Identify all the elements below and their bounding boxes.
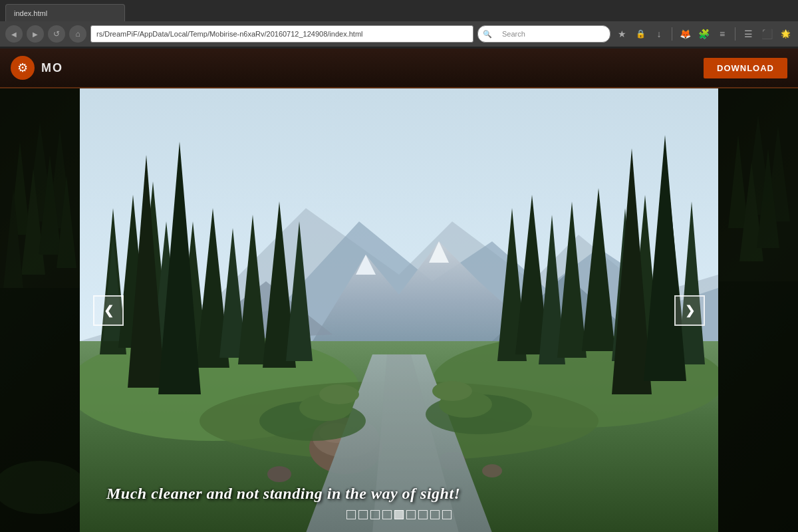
extra-icon-3[interactable]: 🌟	[778, 27, 793, 41]
indicator-7[interactable]	[430, 510, 440, 519]
indicator-5[interactable]	[406, 510, 416, 519]
slide-image	[80, 88, 718, 532]
indicator-2[interactable]	[370, 510, 380, 519]
reload-button[interactable]: ↺	[48, 25, 65, 43]
search-input[interactable]: Search	[477, 25, 610, 43]
reload-icon: ↺	[53, 29, 60, 39]
extensions-icon[interactable]: 🧩	[696, 27, 711, 41]
extra-icon-2[interactable]: ⬛	[759, 27, 774, 41]
svg-point-66	[432, 381, 472, 401]
prev-slide-button[interactable]: ❮	[93, 295, 124, 326]
side-panel-left	[0, 88, 80, 532]
browser-toolbar: ◀ ▶ ↺ ⌂ rs/DreamPiF/AppData/Local/Temp/M…	[0, 21, 798, 48]
forward-button[interactable]: ▶	[27, 25, 44, 43]
svg-point-33	[482, 464, 502, 477]
app-logo-icon: ⚙	[11, 56, 35, 80]
extra-icon[interactable]: ☰	[741, 27, 755, 41]
side-panel-right	[718, 88, 798, 532]
download-button[interactable]: DOWNLOAD	[704, 58, 787, 78]
gear-icon: ⚙	[17, 61, 28, 75]
indicator-8[interactable]	[442, 510, 452, 519]
address-text: rs/DreamPiF/AppData/Local/Temp/Mobirise-…	[96, 30, 363, 38]
svg-point-9	[0, 461, 80, 514]
tab-title: index.html	[14, 9, 47, 17]
app-logo-area: ⚙ MO	[11, 56, 63, 80]
home-icon: ⌂	[75, 29, 80, 39]
indicator-0[interactable]	[346, 510, 356, 519]
browser-chrome: index.html ◀ ▶ ↺ ⌂ rs/DreamPiF/AppData/L…	[0, 0, 798, 49]
indicator-4[interactable]	[394, 510, 404, 519]
back-icon: ◀	[11, 31, 17, 38]
svg-rect-16	[718, 281, 798, 532]
toolbar-separator-2	[735, 27, 735, 41]
slider-container: Much cleaner and not standing in the way…	[80, 88, 718, 532]
address-bar[interactable]: rs/DreamPiF/AppData/Local/Temp/Mobirise-…	[90, 25, 473, 43]
home-button[interactable]: ⌂	[69, 25, 86, 43]
browser-tab-active[interactable]: index.html	[5, 4, 125, 21]
main-content: Much cleaner and not standing in the way…	[0, 88, 798, 532]
search-placeholder: Search	[502, 30, 525, 38]
toolbar-separator	[672, 27, 672, 41]
search-bar-wrapper: 🔍 Search	[477, 25, 610, 43]
indicator-1[interactable]	[358, 510, 368, 519]
download-icon[interactable]: ↓	[652, 27, 666, 41]
next-arrow-icon: ❯	[685, 303, 695, 318]
search-icon: 🔍	[483, 30, 492, 39]
svg-point-65	[319, 384, 359, 404]
slide-indicators	[80, 510, 718, 519]
app-header: ⚙ MO DOWNLOAD	[0, 49, 798, 88]
firefox-icon[interactable]: 🦊	[678, 27, 692, 41]
back-button[interactable]: ◀	[5, 25, 23, 43]
forward-icon: ▶	[33, 31, 38, 38]
bookmark-star-icon[interactable]: ★	[614, 27, 629, 41]
indicator-3[interactable]	[382, 510, 392, 519]
caption-text: Much cleaner and not standing in the way…	[106, 485, 460, 502]
next-slide-button[interactable]: ❯	[674, 295, 705, 326]
slide-caption: Much cleaner and not standing in the way…	[80, 485, 718, 503]
prev-arrow-icon: ❮	[104, 303, 114, 318]
browser-tabs: index.html	[0, 0, 798, 21]
indicator-6[interactable]	[418, 510, 428, 519]
lock-icon: 🔒	[633, 27, 648, 41]
app-logo-text: MO	[41, 61, 63, 75]
menu-icon[interactable]: ≡	[715, 27, 730, 41]
svg-point-34	[267, 466, 291, 482]
